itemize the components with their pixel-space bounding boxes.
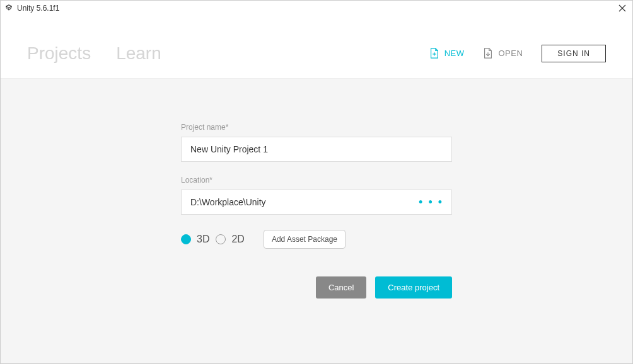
tab-projects[interactable]: Projects xyxy=(27,43,91,64)
unity-logo-icon xyxy=(4,4,13,13)
close-icon xyxy=(618,4,626,12)
content: Project name* Location* • • • 3D 2D Add … xyxy=(1,79,632,363)
new-label: NEW xyxy=(444,48,465,58)
header: Projects Learn NEW OPEN SIGN IN xyxy=(1,16,632,79)
close-button[interactable] xyxy=(616,2,629,14)
signin-button[interactable]: SIGN IN xyxy=(542,45,606,62)
header-right: NEW OPEN SIGN IN xyxy=(429,45,606,62)
location-wrapper: • • • xyxy=(181,190,452,215)
project-name-input[interactable] xyxy=(181,137,452,162)
cancel-button[interactable]: Cancel xyxy=(316,276,366,299)
radio-3d-label: 3D xyxy=(197,234,209,245)
dimension-radio-group: 3D 2D xyxy=(181,234,248,245)
radio-2d-label: 2D xyxy=(231,234,244,245)
radio-3d[interactable] xyxy=(181,234,191,244)
options-row: 3D 2D Add Asset Package xyxy=(181,230,452,249)
form: Project name* Location* • • • 3D 2D Add … xyxy=(181,123,452,363)
create-project-button[interactable]: Create project xyxy=(375,276,452,299)
new-project-link[interactable]: NEW xyxy=(429,48,465,59)
add-asset-package-button[interactable]: Add Asset Package xyxy=(264,230,346,249)
open-label: OPEN xyxy=(498,48,523,58)
titlebar: Unity 5.6.1f1 xyxy=(1,1,632,16)
window-title: Unity 5.6.1f1 xyxy=(17,4,59,13)
new-file-icon xyxy=(429,48,439,59)
tabs: Projects Learn xyxy=(27,43,161,64)
project-name-label: Project name* xyxy=(181,123,452,132)
open-file-icon xyxy=(483,48,493,59)
location-label: Location* xyxy=(181,176,452,185)
tab-learn[interactable]: Learn xyxy=(116,43,161,64)
action-row: Cancel Create project xyxy=(181,276,452,299)
browse-button[interactable]: • • • xyxy=(419,196,443,209)
open-project-link[interactable]: OPEN xyxy=(483,48,523,59)
radio-2d[interactable] xyxy=(216,234,226,244)
location-input[interactable] xyxy=(181,190,452,215)
